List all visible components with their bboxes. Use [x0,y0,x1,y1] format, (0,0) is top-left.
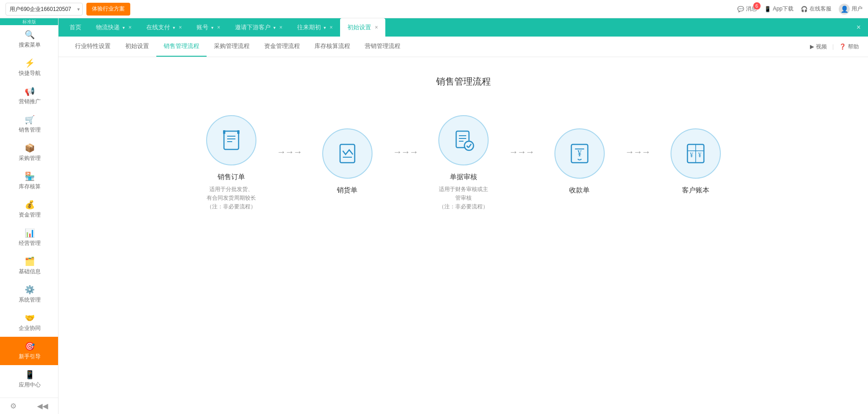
step-desc-audit: 适用于财务审核或主管审核（注：非必要流程） [439,185,488,212]
settings-bottom-icon[interactable]: ⚙ [10,402,16,410]
sidebar-bottom: ⚙ ◀◀ [0,398,58,414]
flow-step-receipt[interactable]: ¥ 收款单 [538,128,621,198]
svg-rect-5 [237,130,240,134]
nav-tab-home[interactable]: 首页 [62,18,89,37]
sub-tab-stock-calc[interactable]: 库存核算流程 [307,37,357,57]
sidebar-item-marketing[interactable]: 📢营销推广 [0,82,58,110]
sub-tab-marketing-flow[interactable]: 营销管理流程 [357,37,408,57]
tab-close-invite[interactable]: × [279,24,282,31]
purchase-icon: 📦 [25,143,35,153]
message-item[interactable]: 💬 消息 6 [737,5,757,13]
nav-tab-label-logistics: 物流快递 [96,23,120,32]
sub-tabs: 行业特性设置初始设置销售管理流程采购管理流程资金管理流程库存核算流程营销管理流程… [59,37,868,57]
user-avatar-icon: 👤 [839,4,850,15]
flow-title: 销售管理流程 [68,75,859,88]
nav-tab-initial[interactable]: 初始设置× [340,18,385,37]
sub-tab-finance-flow[interactable]: 资金管理流程 [257,37,307,57]
sidebar-item-cooperation[interactable]: 🤝企业协同 [0,308,58,337]
sidebar-label-marketing: 营销推广 [19,98,41,106]
sidebar-item-basicinfo[interactable]: 🗂️基础信息 [0,252,58,280]
video-button[interactable]: ▶ 视频 [810,43,827,51]
sidebar-item-search[interactable]: 🔍搜索菜单 [0,25,58,53]
collapse-icon[interactable]: ◀◀ [37,402,48,410]
online-service-label: 在线客服 [809,5,831,13]
help-button[interactable]: ❓ 帮助 [839,43,859,51]
nav-tab-label-payment: 在线支付 [146,23,170,32]
step-circle-sales-invoice [322,128,373,179]
sidebar-item-stock[interactable]: 🏪库存核算 [0,167,58,195]
step-name-sales-invoice: 销货单 [337,186,357,195]
svg-point-12 [464,141,474,150]
nav-tab-account[interactable]: 账号▾× [189,18,228,37]
tab-close-account[interactable]: × [217,24,220,31]
sub-tab-label-purchase-flow: 采购管理流程 [214,42,250,49]
user-label: 用户 [852,5,863,13]
flow-arrow-3: →→→ [509,147,534,157]
sub-tab-label-industry: 行业特性设置 [75,42,111,49]
nav-tab-label-home: 首页 [69,23,81,32]
flow-step-audit[interactable]: 单据审核 适用于财务审核或主管审核（注：非必要流程） [422,115,505,212]
sidebar-item-quicknav[interactable]: ⚡快捷导航 [0,53,58,82]
step-name-receipt: 收款单 [569,186,590,195]
flow-content: 销售管理流程 销售订单 适用于分批发货、有合同发货周期较长（注：非必要流程） →… [59,57,868,286]
svg-rect-4 [223,130,225,134]
flow-step-sales-order[interactable]: 销售订单 适用于分批发货、有合同发货周期较长（注：非必要流程） [190,115,272,212]
tab-close-payment[interactable]: × [179,24,182,31]
online-service-item[interactable]: 🎧 在线客服 [801,5,831,13]
sidebar-label-stock: 库存核算 [19,183,41,191]
step-name-audit: 单据审核 [450,173,477,181]
sidebar-item-wechat[interactable]: 💬企业微信 [0,393,58,398]
user-item[interactable]: 👤 用户 [839,4,863,15]
sidebar-label-appcenter: 应用中心 [19,381,41,389]
sidebar-label-search: 搜索菜单 [19,41,41,49]
sub-tab-label-sales-flow: 销售管理流程 [164,42,199,49]
flow-arrow-1: →→→ [277,147,302,157]
tab-close-period[interactable]: × [330,24,333,31]
sidebar-item-purchase[interactable]: 📦采购管理 [0,138,58,167]
message-badge: 6 [753,2,761,10]
flow-step-sales-invoice[interactable]: 销货单 [306,128,389,198]
sidebar-item-operation[interactable]: 📊经营管理 [0,223,58,252]
app-download-item[interactable]: 📱 App下载 [764,5,793,13]
flow-step-customer-ledger[interactable]: ¥ ¥ 客户账本 [655,128,737,198]
tab-close-initial[interactable]: × [375,24,378,31]
sidebar-item-finance[interactable]: 💰资金管理 [0,195,58,223]
tab-close-logistics[interactable]: × [128,24,132,31]
newguide-icon: 🎯 [25,341,35,351]
nav-tab-logistics[interactable]: 物流快递▾× [89,18,139,37]
step-name-customer-ledger: 客户账本 [682,186,709,195]
sidebar-item-appcenter[interactable]: 📱应用中心 [0,365,58,393]
flow-arrow-2: →→→ [393,147,418,157]
sub-tab-sales-flow[interactable]: 销售管理流程 [156,37,207,57]
flow-steps: 销售订单 适用于分批发货、有合同发货周期较长（注：非必要流程） →→→ 销货单 … [68,115,859,212]
message-icon: 💬 [737,6,744,12]
nav-tab-label-invite: 邀请下游客户 [235,23,271,32]
nav-tab-period[interactable]: 往来期初▾× [290,18,340,37]
finance-icon: 💰 [25,200,35,210]
sub-tab-industry[interactable]: 行业特性设置 [68,37,118,57]
close-all-button[interactable]: × [853,23,864,32]
user-select[interactable]: 用户690企业1660120507 [5,3,83,16]
sidebar-item-newguide[interactable]: 🎯新手引导 [0,337,58,365]
main-layout: 首页物流快递▾×在线支付▾×账号▾×邀请下游客户▾×往来期初▾×初始设置×× 行… [59,18,868,414]
sub-tab-initial[interactable]: 初始设置 [118,37,156,57]
search-icon: 🔍 [25,30,35,40]
sidebar-item-sales[interactable]: 🛒销售管理 [0,110,58,138]
top-bar-left: 用户690企业1660120507 体验行业方案 [5,3,130,16]
system-icon: ⚙️ [25,285,35,295]
sub-tab-purchase-flow[interactable]: 采购管理流程 [207,37,257,57]
step-circle-audit [438,115,489,165]
basicinfo-icon: 🗂️ [25,256,35,266]
nav-tab-invite[interactable]: 邀请下游客户▾× [228,18,290,37]
sidebar-label-purchase: 采购管理 [19,154,41,162]
nav-tab-payment[interactable]: 在线支付▾× [139,18,189,37]
sidebar-label-system: 系统管理 [19,296,41,304]
app-download-label: App下载 [773,5,793,13]
step-circle-receipt: ¥ [554,128,605,179]
sidebar-item-system[interactable]: ⚙️系统管理 [0,280,58,308]
svg-rect-0 [224,131,239,149]
step-name-sales-order: 销售订单 [218,173,245,181]
question-icon: ❓ [839,43,846,50]
trial-button[interactable]: 体验行业方案 [86,3,130,16]
nav-tab-label-account: 账号 [197,23,208,32]
